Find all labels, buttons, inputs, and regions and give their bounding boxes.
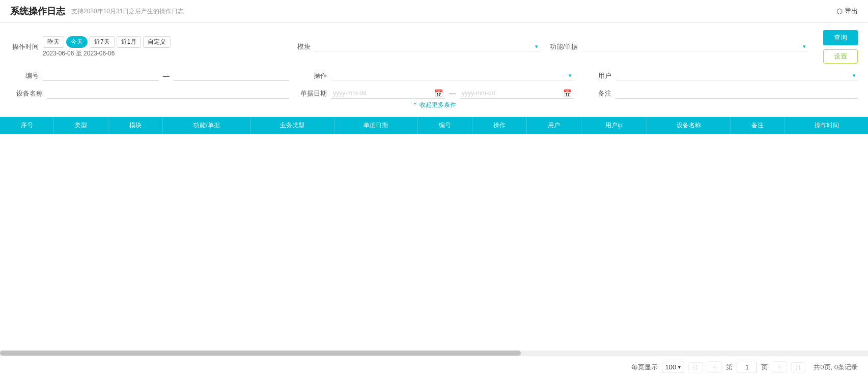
number-input-end[interactable] (174, 71, 290, 81)
remark-filter-group: 备注 (579, 89, 858, 99)
operation-select[interactable]: ▾ (331, 71, 573, 80)
calendar-end-icon[interactable]: 📅 (563, 89, 572, 97)
col-operation: 操作 (472, 117, 526, 134)
module-select[interactable]: ▾ (315, 42, 541, 51)
col-doc-date: 单据日期 (334, 117, 417, 134)
per-page-chevron-icon: ▾ (678, 364, 681, 370)
last-page-button[interactable]: ⟩⟩ (791, 362, 805, 372)
filter-row-1: 操作时间 昨天 今天 近7天 近1月 自定义 2023-06-06 至 2023… (10, 30, 858, 64)
feature-select[interactable]: ▾ (582, 42, 808, 51)
col-remark: 备注 (731, 117, 785, 134)
col-number: 编号 (417, 117, 472, 134)
calendar-start-icon[interactable]: 📅 (434, 89, 443, 97)
table-area: 序号 类型 模块 功能/单据 业务类型 单据日期 编号 操作 用户 用户ip 设… (0, 117, 868, 351)
remark-input[interactable] (615, 89, 858, 99)
col-biz-type: 业务类型 (250, 117, 334, 134)
total-label: 共0页, 0条记录 (814, 363, 858, 372)
collapse-label: 收起更多条件 (419, 101, 456, 109)
table-header: 序号 类型 模块 功能/单据 业务类型 单据日期 编号 操作 用户 用户ip 设… (0, 117, 868, 134)
collapse-chevron-icon: ⌃ (412, 102, 417, 109)
page-input[interactable] (737, 362, 757, 372)
col-index: 序号 (0, 117, 54, 134)
pagination-bar: 每页显示 100 ▾ ⟨⟨ ＜ 第 页 ＞ ⟩⟩ 共0页, 0条记录 (0, 356, 868, 378)
device-input[interactable] (47, 89, 289, 99)
date-start-input[interactable] (333, 90, 434, 97)
number-label: 编号 (10, 71, 39, 80)
remark-label: 备注 (579, 89, 611, 98)
page-title: 系统操作日志 (10, 5, 65, 17)
data-table: 序号 类型 模块 功能/单据 业务类型 单据日期 编号 操作 用户 用户ip 设… (0, 117, 868, 312)
module-label: 模块 (278, 42, 311, 51)
collapse-row: ⌃ 收起更多条件 (10, 101, 858, 111)
next-page-button[interactable]: ＞ (772, 361, 787, 373)
time-btn-today[interactable]: 今天 (66, 36, 88, 48)
operation-label: 操作 (294, 71, 327, 80)
feature-filter-group: 功能/单据 ▾ (545, 42, 808, 51)
user-select[interactable]: ▾ (615, 71, 858, 80)
collapse-button[interactable]: ⌃ 收起更多条件 (412, 101, 456, 109)
page-subtitle: 支持2020年10月31日之后产生的操作日志 (71, 7, 184, 16)
device-filter-group: 设备名称 (10, 89, 289, 99)
number-filter-group: 编号 — (10, 71, 289, 81)
settings-button[interactable]: 设置 (823, 49, 858, 64)
col-module: 模块 (108, 117, 163, 134)
device-label: 设备名称 (10, 89, 43, 98)
filter-row-2: 编号 — 操作 ▾ 用户 ▾ (10, 71, 858, 81)
per-page-select[interactable]: 100 ▾ (662, 362, 685, 372)
operation-chevron-icon: ▾ (569, 72, 572, 79)
feature-label: 功能/单据 (545, 42, 578, 51)
first-page-button[interactable]: ⟨⟨ (688, 362, 703, 372)
page-header: 系统操作日志 支持2020年10月31日之后产生的操作日志 ⬡ 导出 (0, 0, 868, 23)
user-chevron-icon: ▾ (853, 72, 856, 79)
header-left: 系统操作日志 支持2020年10月31日之后产生的操作日志 (10, 5, 184, 17)
action-buttons: 查询 设置 (823, 30, 858, 64)
time-btn-yesterday[interactable]: 昨天 (43, 36, 64, 48)
user-label: 用户 (579, 71, 611, 80)
feature-chevron-icon: ▾ (803, 43, 806, 50)
col-type: 类型 (54, 117, 108, 134)
per-page-value: 100 (665, 363, 677, 371)
prev-page-button[interactable]: ＜ (707, 361, 722, 373)
col-device: 设备名称 (647, 117, 731, 134)
date-end-field: 📅 (460, 88, 574, 99)
page-wrapper: 系统操作日志 支持2020年10月31日之后产生的操作日志 ⬡ 导出 操作时间 … (0, 0, 868, 378)
export-label: 导出 (845, 7, 858, 16)
time-btn-1month[interactable]: 近1月 (117, 36, 142, 48)
horizontal-scrollbar[interactable] (0, 351, 868, 356)
date-start-field: 📅 (331, 88, 445, 99)
filter-area: 操作时间 昨天 今天 近7天 近1月 自定义 2023-06-06 至 2023… (0, 23, 868, 117)
date-end-input[interactable] (462, 90, 563, 97)
time-range-display: 2023-06-06 至 2023-06-06 (43, 49, 171, 58)
date-range-group: 📅 — 📅 (331, 88, 573, 99)
col-user: 用户 (526, 117, 581, 134)
docdate-label: 单据日期 (294, 89, 327, 98)
col-user-ip: 用户ip (581, 117, 647, 134)
module-filter-group: 模块 ▾ (278, 42, 541, 51)
number-input-start[interactable] (43, 71, 159, 81)
scroll-thumb[interactable] (0, 351, 521, 356)
query-button[interactable]: 查询 (823, 30, 858, 45)
table-body (0, 134, 868, 312)
col-feature: 功能/单据 (163, 117, 250, 134)
user-filter-group: 用户 ▾ (579, 71, 858, 80)
docdate-filter-group: 单据日期 📅 — 📅 (294, 88, 573, 99)
table-header-row: 序号 类型 模块 功能/单据 业务类型 单据日期 编号 操作 用户 用户ip 设… (0, 117, 868, 134)
page-unit: 页 (761, 363, 768, 372)
time-filter-group: 操作时间 昨天 今天 近7天 近1月 自定义 2023-06-06 至 2023… (10, 36, 273, 58)
per-page-label: 每页显示 (631, 363, 658, 372)
time-filter-cell: 昨天 今天 近7天 近1月 自定义 2023-06-06 至 2023-06-0… (43, 36, 171, 58)
module-chevron-icon: ▾ (535, 43, 538, 50)
time-buttons: 昨天 今天 近7天 近1月 自定义 (43, 36, 171, 48)
col-op-time: 操作时间 (785, 117, 868, 134)
export-button[interactable]: ⬡ 导出 (836, 7, 858, 16)
time-btn-7days[interactable]: 近7天 (90, 36, 115, 48)
operation-filter-group: 操作 ▾ (294, 71, 573, 80)
page-label: 第 (726, 363, 733, 372)
number-dash: — (163, 72, 170, 80)
export-icon: ⬡ (836, 7, 843, 15)
time-label: 操作时间 (10, 42, 39, 51)
date-dash: — (449, 90, 456, 97)
filter-row-3: 设备名称 单据日期 📅 — 📅 (10, 88, 858, 99)
time-btn-custom[interactable]: 自定义 (143, 36, 171, 48)
